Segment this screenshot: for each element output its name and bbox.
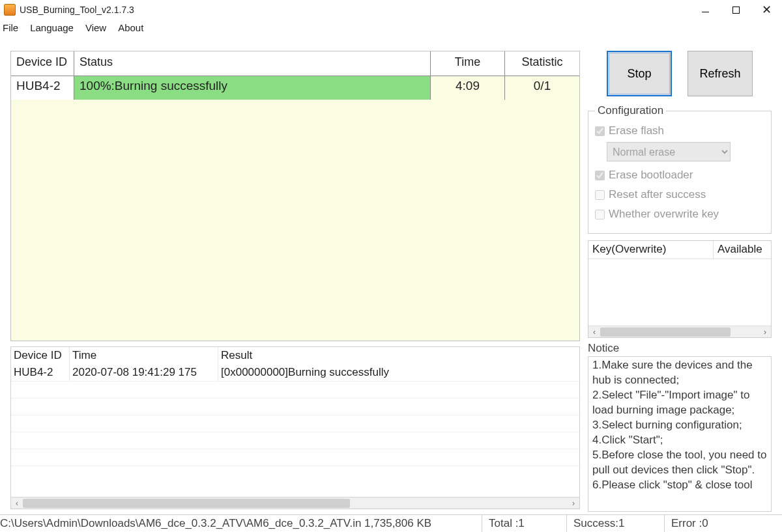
- column-header-time[interactable]: Time: [431, 51, 505, 76]
- title-bar: USB_Burning_Tool_v2.1.7.3 ✕: [0, 0, 782, 20]
- close-button[interactable]: ✕: [751, 0, 782, 20]
- log-header-device[interactable]: Device ID: [11, 347, 70, 364]
- log-panel: Device ID Time Result HUB4-2 2020-07-08 …: [10, 346, 580, 509]
- log-cell-device: HUB4-2: [11, 364, 70, 381]
- notice-line: 4.Click "Start";: [592, 433, 767, 448]
- menu-view[interactable]: View: [85, 22, 106, 33]
- status-success: Success:1: [567, 515, 665, 532]
- key-header-key[interactable]: Key(Overwrite): [588, 241, 714, 259]
- cell-time: 4:09: [431, 76, 505, 100]
- column-header-status[interactable]: Status: [74, 51, 431, 76]
- select-erase-mode[interactable]: Normal erase: [607, 142, 731, 161]
- minimize-button[interactable]: [690, 0, 721, 20]
- notice-line: 1.Make sure the devices and the hub is c…: [592, 358, 767, 388]
- menu-language[interactable]: Language: [30, 22, 74, 33]
- status-error: Error :0: [665, 515, 782, 532]
- menu-about[interactable]: About: [118, 22, 143, 33]
- scroll-right-icon[interactable]: ›: [759, 328, 771, 337]
- notice-line: 5.Before close the tool, you need to pul…: [592, 448, 767, 478]
- status-path: C:\Users\Admin\Downloads\AM6_dce_0.3.2_A…: [0, 515, 482, 532]
- stop-button[interactable]: Stop: [607, 51, 672, 96]
- cell-statistic: 0/1: [505, 76, 579, 100]
- scroll-right-icon[interactable]: ›: [568, 499, 579, 508]
- menu-file[interactable]: File: [3, 22, 18, 33]
- key-table: Key(Overwrite) Available ‹ ›: [588, 240, 772, 338]
- column-header-device[interactable]: Device ID: [11, 51, 74, 76]
- burning-status-panel: Device ID Status Time Statistic HUB4-2 1…: [10, 51, 580, 341]
- refresh-button[interactable]: Refresh: [688, 51, 753, 96]
- option-erase-bootloader[interactable]: Erase bootloader: [595, 165, 764, 185]
- checkbox-erase-bootloader[interactable]: [595, 171, 605, 180]
- checkbox-reset-after[interactable]: [595, 190, 605, 200]
- log-cell-time: 2020-07-08 19:41:29 175: [70, 364, 218, 381]
- cell-status: 100%:Burning successfully: [74, 76, 431, 100]
- configuration-legend: Configuration: [595, 104, 666, 117]
- notice-line: 2.Select "File"-"Import image" to load b…: [592, 388, 767, 418]
- log-horizontal-scrollbar[interactable]: ‹ ›: [11, 497, 579, 509]
- burning-row[interactable]: HUB4-2 100%:Burning successfully 4:09 0/…: [11, 76, 579, 100]
- scroll-left-icon[interactable]: ‹: [588, 328, 600, 337]
- key-horizontal-scrollbar[interactable]: ‹ ›: [588, 326, 771, 337]
- window-title: USB_Burning_Tool_v2.1.7.3: [20, 5, 134, 15]
- log-row[interactable]: HUB4-2 2020-07-08 19:41:29 175 [0x000000…: [11, 364, 579, 381]
- log-cell-result: [0x00000000]Burning successfully: [218, 364, 579, 381]
- checkbox-overwrite-key[interactable]: [595, 210, 605, 219]
- configuration-group: Configuration Erase flash Normal erase E…: [588, 104, 772, 234]
- notice-label: Notice: [588, 342, 772, 355]
- status-total: Total :1: [482, 515, 567, 532]
- checkbox-erase-flash[interactable]: [595, 126, 605, 136]
- notice-line: 6.Please click "stop" & close tool: [592, 478, 767, 493]
- option-overwrite-key[interactable]: Whether overwrite key: [595, 204, 764, 224]
- option-erase-flash[interactable]: Erase flash: [595, 121, 764, 141]
- key-header-available[interactable]: Available: [714, 241, 771, 259]
- log-header-result[interactable]: Result: [218, 347, 579, 364]
- option-reset-after-success[interactable]: Reset after success: [595, 185, 764, 204]
- menu-bar: File Language View About: [0, 20, 782, 35]
- column-header-statistic[interactable]: Statistic: [505, 51, 579, 76]
- scroll-left-icon[interactable]: ‹: [11, 499, 23, 508]
- notice-panel: 1.Make sure the devices and the hub is c…: [588, 356, 772, 512]
- log-header-time[interactable]: Time: [70, 347, 218, 364]
- notice-line: 3.Select burning configuration;: [592, 418, 767, 433]
- cell-device: HUB4-2: [11, 76, 74, 100]
- maximize-button[interactable]: [721, 0, 751, 20]
- status-bar: C:\Users\Admin\Downloads\AM6_dce_0.3.2_A…: [0, 514, 782, 532]
- app-icon: [4, 4, 16, 16]
